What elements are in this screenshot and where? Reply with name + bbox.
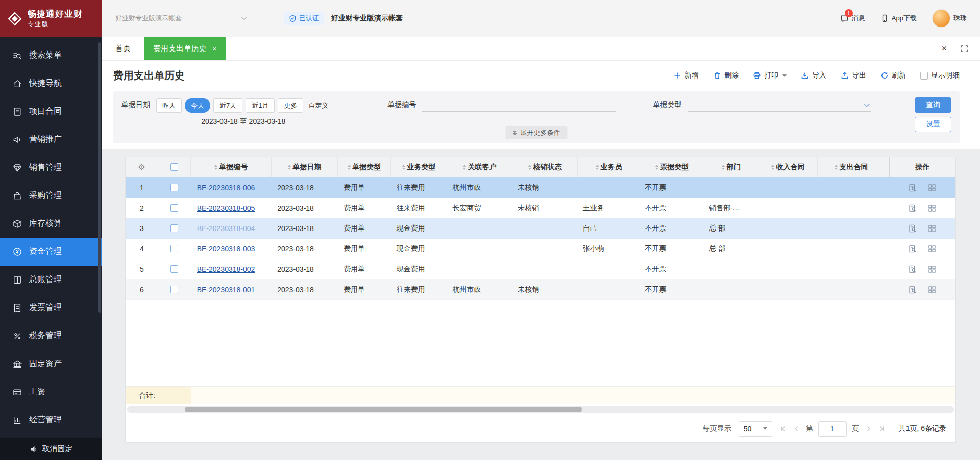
preview-icon[interactable] <box>908 244 917 253</box>
per-page-select[interactable]: 50 <box>739 421 772 437</box>
prev-page-icon[interactable] <box>793 425 801 433</box>
tab-expense-history[interactable]: 费用支出单历史 × <box>144 37 226 60</box>
tab-home[interactable]: 首页 <box>102 37 144 60</box>
sidebar-item[interactable]: 发票管理 <box>0 294 102 322</box>
messages-button[interactable]: 1 消息 <box>840 14 865 23</box>
col-header-biz-type[interactable]: 业务类型 <box>391 157 447 177</box>
table-row[interactable]: 2 BE-20230318-005 2023-03-18 费用单 往来费用 长宏… <box>126 198 955 218</box>
related-docs-icon[interactable] <box>927 244 937 253</box>
sidebar-item[interactable]: 税务管理 <box>0 322 102 350</box>
col-header-doc-type[interactable]: 单据类型 <box>338 157 391 177</box>
related-docs-icon[interactable] <box>927 224 937 233</box>
preview-icon[interactable] <box>908 203 917 213</box>
sidebar-item[interactable]: 库存核算 <box>0 210 102 238</box>
certified-label: 已认证 <box>299 14 319 23</box>
expand-more-button[interactable]: 展开更多条件 <box>506 126 568 139</box>
show-detail-toggle[interactable]: 显示明细 <box>920 71 960 80</box>
page-number-input[interactable] <box>818 421 847 437</box>
close-all-icon[interactable]: × <box>936 41 953 57</box>
search-button[interactable]: 查询 <box>915 97 951 113</box>
row-checkbox[interactable] <box>170 184 178 191</box>
sidebar-item[interactable]: 资金管理 <box>0 238 102 266</box>
sidebar-item[interactable]: 经营管理 <box>0 406 102 434</box>
doc-no-link[interactable]: BE-20230318-005 <box>197 204 255 212</box>
related-docs-icon[interactable] <box>927 203 937 213</box>
row-checkbox[interactable] <box>170 286 178 293</box>
preview-icon[interactable] <box>908 224 917 233</box>
row-checkbox[interactable] <box>170 224 178 232</box>
custom-range-link[interactable]: 自定义 <box>306 99 330 112</box>
date-range-chip[interactable]: 近7天 <box>213 98 242 113</box>
col-header-expense-contract[interactable]: 支出合同 <box>818 157 885 177</box>
preview-icon[interactable] <box>908 265 917 274</box>
col-header-date[interactable]: 单据日期 <box>272 157 338 177</box>
app-download-button[interactable]: App下载 <box>880 14 917 23</box>
doc-no-link[interactable]: BE-20230318-003 <box>197 245 255 253</box>
row-checkbox[interactable] <box>170 245 178 252</box>
horizontal-scrollbar-thumb[interactable] <box>185 407 582 412</box>
sidebar-item[interactable]: 项目合同 <box>0 97 102 125</box>
table-row[interactable]: 5 BE-20230318-002 2023-03-18 费用单 现金费用 不开… <box>126 259 955 279</box>
doc-no-link[interactable]: BE-20230318-004 <box>197 224 255 233</box>
date-range-chip[interactable]: 更多 <box>278 98 303 113</box>
doc-type-select[interactable] <box>688 98 871 112</box>
sidebar-item[interactable]: 出纳管理 <box>0 434 102 438</box>
sidebar-item[interactable]: 总账管理 <box>0 266 102 294</box>
row-checkbox[interactable] <box>170 265 178 273</box>
related-docs-icon[interactable] <box>927 183 937 192</box>
sidebar-scrollbar[interactable] <box>98 42 101 313</box>
table-row[interactable]: 4 BE-20230318-003 2023-03-18 费用单 现金费用 张小… <box>126 239 955 259</box>
plus-icon <box>673 71 681 80</box>
settings-button[interactable]: 设置 <box>915 117 951 132</box>
table-row[interactable]: 1 BE-20230318-006 2023-03-18 费用单 往来费用 杭州… <box>126 177 955 198</box>
export-button[interactable]: 导出 <box>841 71 866 80</box>
table-row[interactable]: 3 BE-20230318-004 2023-03-18 费用单 现金费用 自己… <box>126 218 955 239</box>
date-range-chip[interactable]: 今天 <box>185 98 210 113</box>
account-selector[interactable]: 好业财专业版演示帐套 <box>115 14 248 23</box>
date-range-value[interactable]: 2023-03-18 至 2023-03-18 <box>156 117 330 126</box>
col-header-verify-status[interactable]: 核销状态 <box>512 157 578 177</box>
related-docs-icon[interactable] <box>927 285 937 294</box>
col-header-income-contract[interactable]: 收入合同 <box>758 157 818 177</box>
date-range-chip[interactable]: 近1月 <box>246 98 275 113</box>
select-all-checkbox[interactable] <box>170 163 178 171</box>
tab-close-icon[interactable]: × <box>212 44 217 53</box>
show-detail-checkbox[interactable] <box>920 72 928 80</box>
column-settings-header[interactable]: ⚙ <box>126 157 158 177</box>
col-header-salesman[interactable]: 业务员 <box>578 157 640 177</box>
date-range-chip[interactable]: 昨天 <box>156 98 182 113</box>
preview-icon[interactable] <box>908 183 917 192</box>
unpin-sidebar-button[interactable]: 取消固定 <box>0 438 102 460</box>
col-header-department[interactable]: 部门 <box>704 157 758 177</box>
sidebar-item[interactable]: 快捷导航 <box>0 69 102 97</box>
fullscreen-icon[interactable] <box>955 41 973 57</box>
next-page-icon[interactable] <box>864 425 872 433</box>
sidebar-item[interactable]: 固定资产 <box>0 350 102 378</box>
col-header-doc-no[interactable]: 单据编号 <box>191 157 272 177</box>
refresh-button[interactable]: 刷新 <box>880 71 906 80</box>
doc-no-link[interactable]: BE-20230318-006 <box>197 184 255 192</box>
sidebar-item[interactable]: 搜索菜单 <box>0 41 102 69</box>
user-menu[interactable]: 珠珠 <box>932 9 967 28</box>
last-page-icon[interactable] <box>877 425 886 433</box>
col-header-bill-type[interactable]: 票据类型 <box>640 157 704 177</box>
first-page-icon[interactable] <box>779 425 788 433</box>
sidebar-item-icon <box>12 107 22 117</box>
add-button[interactable]: 新增 <box>673 71 699 80</box>
sidebar-item[interactable]: 工资 <box>0 378 102 406</box>
preview-icon[interactable] <box>908 285 917 294</box>
doc-no-link[interactable]: BE-20230318-002 <box>197 265 255 273</box>
doc-no-link[interactable]: BE-20230318-001 <box>197 286 255 294</box>
import-button[interactable]: 导入 <box>801 71 826 80</box>
print-button[interactable]: 打印 <box>753 71 787 80</box>
delete-button[interactable]: 删除 <box>713 71 739 80</box>
col-header-customer[interactable]: 关联客户 <box>447 157 512 177</box>
table-row[interactable]: 6 BE-20230318-001 2023-03-18 费用单 往来费用 杭州… <box>126 279 955 300</box>
select-all-header[interactable] <box>158 157 191 177</box>
sidebar-item[interactable]: 采购管理 <box>0 182 102 210</box>
doc-no-input[interactable] <box>422 98 616 112</box>
sidebar-item[interactable]: 营销推广 <box>0 125 102 154</box>
row-checkbox[interactable] <box>170 204 178 212</box>
related-docs-icon[interactable] <box>927 265 937 274</box>
sidebar-item[interactable]: 销售管理 <box>0 154 102 182</box>
